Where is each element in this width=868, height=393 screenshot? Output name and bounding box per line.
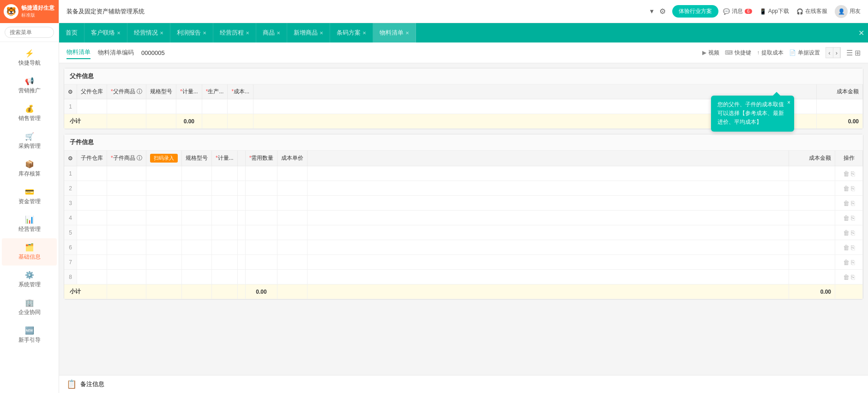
sidebar-item-system[interactable]: ⚙️ 系统管理: [2, 266, 57, 293]
child-cell-unit-4[interactable]: [212, 211, 238, 225]
child-cell-spec-7[interactable]: [182, 255, 212, 270]
child-cell-warehouse-5[interactable]: [77, 225, 107, 240]
child-cell-spec-1[interactable]: [182, 166, 212, 181]
child-cell-warehouse-8[interactable]: [77, 270, 107, 284]
tab-operation[interactable]: 经营情况 ✕: [127, 23, 170, 42]
delete-icon-5[interactable]: 🗑: [843, 229, 850, 236]
child-cell-unit-7[interactable]: [212, 255, 238, 270]
child-cell-spec-2[interactable]: [182, 181, 212, 196]
tab-barcode-close[interactable]: ✕: [362, 30, 366, 36]
child-cell-product-2[interactable]: [107, 181, 146, 196]
message-btn[interactable]: 💬 消息 6: [723, 7, 752, 15]
app-download-btn[interactable]: 📱 App下载: [760, 7, 789, 15]
child-cell-scan-6[interactable]: [146, 240, 182, 255]
parent-cell-warehouse-1[interactable]: [77, 99, 107, 114]
child-cell-unit-1[interactable]: [212, 166, 238, 181]
child-cell-warehouse-4[interactable]: [77, 211, 107, 225]
child-cell-unit-6[interactable]: [212, 240, 238, 255]
copy-icon-7[interactable]: ⎘: [851, 259, 855, 266]
child-cell-spec-8[interactable]: [182, 270, 212, 284]
child-cell-unit-2[interactable]: [212, 181, 238, 196]
prev-arrow[interactable]: ‹: [826, 48, 833, 58]
scan-btn[interactable]: 扫码录入: [150, 154, 178, 163]
sidebar-item-guide[interactable]: 🆕 新手引导: [2, 321, 57, 349]
child-cell-product-4[interactable]: [107, 211, 146, 225]
child-cell-spec-3[interactable]: [182, 196, 212, 211]
child-cell-unitprice-4[interactable]: [277, 211, 307, 225]
online-service-btn[interactable]: 🎧 在线客服: [796, 7, 827, 15]
dropdown-arrow-icon[interactable]: ▼: [649, 8, 655, 15]
subheader-tab-bom[interactable]: 物料清单: [66, 46, 90, 59]
notes-icon[interactable]: 📋: [66, 379, 77, 389]
delete-icon-1[interactable]: 🗑: [843, 170, 850, 177]
sidebar-item-marketing[interactable]: 📢 营销推广: [2, 72, 57, 99]
tooltip-close-btn[interactable]: ×: [787, 98, 790, 107]
child-cell-unitprice-2[interactable]: [277, 181, 307, 196]
copy-icon-5[interactable]: ⎘: [851, 229, 855, 236]
copy-icon-8[interactable]: ⎘: [851, 273, 855, 281]
child-cell-unit-5[interactable]: [212, 225, 238, 240]
child-cell-spec-5[interactable]: [182, 225, 212, 240]
video-action[interactable]: ▶ 视频: [702, 49, 719, 57]
child-cell-qty-2[interactable]: [245, 181, 277, 196]
parent-cell-product-1[interactable]: [107, 99, 146, 114]
delete-icon-4[interactable]: 🗑: [843, 214, 850, 222]
child-cell-warehouse-2[interactable]: [77, 181, 107, 196]
child-cell-product-1[interactable]: [107, 166, 146, 181]
child-cell-unitprice-8[interactable]: [277, 270, 307, 284]
sidebar-item-enterprise[interactable]: 🏢 企业协同: [2, 294, 57, 321]
tab-product[interactable]: 商品 ✕: [256, 23, 287, 42]
copy-icon-3[interactable]: ⎘: [851, 200, 855, 207]
copy-icon-1[interactable]: ⎘: [851, 170, 855, 177]
tab-history[interactable]: 经营历程 ✕: [213, 23, 256, 42]
delete-icon-3[interactable]: 🗑: [843, 200, 850, 207]
parent-cell-cost-1[interactable]: [228, 99, 253, 114]
child-cell-qty-7[interactable]: [245, 255, 277, 270]
shortcut-action[interactable]: ⌨ 快捷键: [725, 49, 751, 57]
child-cell-warehouse-1[interactable]: [77, 166, 107, 181]
child-cell-scan-1[interactable]: [146, 166, 182, 181]
copy-icon-2[interactable]: ⎘: [851, 185, 855, 192]
child-cell-scan-2[interactable]: [146, 181, 182, 196]
delete-icon-6[interactable]: 🗑: [843, 244, 850, 251]
sidebar-item-sales[interactable]: 💰 销售管理: [2, 100, 57, 127]
delete-icon-7[interactable]: 🗑: [843, 259, 850, 266]
child-cell-warehouse-3[interactable]: [77, 196, 107, 211]
sidebar-item-basicinfo[interactable]: 🗂️ 基础信息: [2, 238, 57, 266]
sidebar-item-purchase[interactable]: 🛒 采购管理: [2, 127, 57, 155]
single-setting-action[interactable]: 📄 单据设置: [789, 49, 820, 57]
copy-icon-4[interactable]: ⎘: [851, 214, 855, 222]
child-cell-unit-8[interactable]: [212, 270, 238, 284]
child-cell-product-7[interactable]: [107, 255, 146, 270]
parent-cell-unit-1[interactable]: [176, 99, 202, 114]
sidebar-item-finance[interactable]: 💳 资金管理: [2, 183, 57, 210]
child-cell-spec-6[interactable]: [182, 240, 212, 255]
child-cell-product-5[interactable]: [107, 225, 146, 240]
search-input[interactable]: [5, 27, 54, 38]
child-cell-unit-3[interactable]: [212, 196, 238, 211]
child-cell-qty-1[interactable]: [245, 166, 277, 181]
tab-product-close[interactable]: ✕: [277, 30, 280, 36]
child-cell-spec-4[interactable]: [182, 211, 212, 225]
child-cell-unitprice-7[interactable]: [277, 255, 307, 270]
child-cell-scan-4[interactable]: [146, 211, 182, 225]
child-cell-unitprice-3[interactable]: [277, 196, 307, 211]
tab-barcode[interactable]: 条码方案 ✕: [330, 23, 373, 42]
user-area[interactable]: 👤 用友: [835, 5, 861, 18]
parent-cell-spec-1[interactable]: [146, 99, 176, 114]
settings-gear-icon[interactable]: ⚙: [659, 7, 666, 16]
child-cell-unitprice-1[interactable]: [277, 166, 307, 181]
child-cell-warehouse-7[interactable]: [77, 255, 107, 270]
delete-icon-8[interactable]: 🗑: [843, 273, 850, 281]
delete-icon-2[interactable]: 🗑: [843, 185, 850, 192]
child-cell-scan-7[interactable]: [146, 255, 182, 270]
tab-operation-close[interactable]: ✕: [160, 30, 163, 36]
sidebar-item-inventory[interactable]: 📦 库存核算: [2, 155, 57, 182]
child-cell-qty-6[interactable]: [245, 240, 277, 255]
tab-home[interactable]: 首页: [59, 23, 84, 42]
child-cell-qty-4[interactable]: [245, 211, 277, 225]
tab-new-product[interactable]: 新增商品 ✕: [287, 23, 330, 42]
extract-cost-action[interactable]: ↑ 提取成本: [757, 49, 784, 57]
tab-bom-close[interactable]: ✕: [405, 30, 409, 36]
experience-btn[interactable]: 体验行业方案: [672, 5, 718, 18]
